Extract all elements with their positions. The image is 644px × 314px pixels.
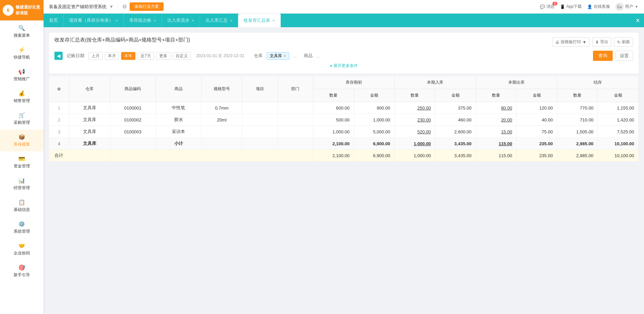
shortcut-more[interactable]: 更多 bbox=[156, 52, 170, 60]
row-outbound-qty[interactable]: 15.00 bbox=[476, 126, 516, 138]
row-opening-amt: 1,000.00 bbox=[354, 114, 394, 126]
row-outbound-qty[interactable]: 20.00 bbox=[476, 114, 516, 126]
row-outbound-amt: 75.00 bbox=[516, 126, 557, 138]
data-table-wrap: ⚙ 仓库 商品编码 商品 规格型号 项目 部门 库存期初 本期入库 本期出库 结… bbox=[49, 76, 639, 162]
th-balance-amt: 金额 bbox=[598, 89, 639, 102]
message-badge: 6 bbox=[552, 2, 557, 5]
sidebar-item-search[interactable]: 🔍 搜索菜单 bbox=[0, 20, 44, 43]
warehouse-tag-close[interactable]: ✕ bbox=[283, 54, 286, 58]
row-spec: 0.7mm bbox=[201, 102, 242, 114]
row-warehouse: 文具库 bbox=[69, 102, 110, 114]
tabs-close-all[interactable]: ✕ bbox=[631, 17, 644, 24]
shortcut-this-year[interactable]: 本年 bbox=[121, 52, 135, 60]
shortcut-this-month[interactable]: 本月 bbox=[105, 52, 119, 60]
sidebar-item-sales[interactable]: 💰 销售管理 bbox=[0, 86, 44, 108]
tab-close-stock-dist[interactable]: ✕ bbox=[115, 19, 118, 22]
th-dept: 部门 bbox=[278, 76, 313, 102]
sidebar-item-quicknav[interactable]: ⚡ 快捷导航 bbox=[0, 43, 44, 64]
gear-icon[interactable]: ⚙ bbox=[122, 3, 127, 10]
row-balance-qty: 710.00 bbox=[557, 114, 597, 126]
row-inbound-amt: 3,435.00 bbox=[435, 138, 476, 150]
expand-more-btn[interactable]: ▾ 展开更多条件 bbox=[54, 61, 633, 71]
outbound-qty-link: 20.00 bbox=[501, 117, 512, 122]
online-service-btn[interactable]: 👤 在线客服 bbox=[587, 4, 610, 10]
sidebar-item-inventory[interactable]: 📦 库存核算 bbox=[0, 130, 44, 151]
export-btn[interactable]: ⬇ 导出 bbox=[592, 37, 611, 47]
goods-filter-dots[interactable]: ... bbox=[317, 53, 320, 59]
tab-stock-dist[interactable]: 现存量（库存分布表） ✕ bbox=[64, 14, 124, 27]
warehouse-tag[interactable]: 文具库 ✕ bbox=[267, 52, 289, 60]
row-inbound-qty[interactable]: 1,000.00 bbox=[395, 138, 435, 150]
total-opening-amt: 6,900.00 bbox=[354, 150, 394, 162]
sidebar-logo: 6 畅捷通好生意 标准版 bbox=[0, 0, 44, 20]
refresh-btn[interactable]: ↻ 刷新 bbox=[614, 37, 633, 47]
sidebar-item-system[interactable]: ⚙️ 系统管理 bbox=[0, 217, 44, 238]
row-dept bbox=[278, 126, 313, 138]
warehouse-filter-dots[interactable]: ... bbox=[293, 53, 297, 59]
row-inbound-qty[interactable]: 230.00 bbox=[395, 114, 435, 126]
sidebar-item-basic[interactable]: 📋 基础信息 bbox=[0, 195, 44, 217]
th-outbound-amt: 金额 bbox=[516, 89, 557, 102]
settings-btn[interactable]: 设置 bbox=[615, 51, 633, 61]
th-outbound-group: 本期出库 bbox=[476, 76, 557, 89]
row-code: 0100001 bbox=[110, 102, 155, 114]
tab-inout-summary[interactable]: 出入库汇总 ✕ bbox=[200, 14, 238, 27]
row-code: 0100002 bbox=[110, 114, 155, 126]
tab-close-inout-flow[interactable]: ✕ bbox=[192, 19, 194, 22]
trial-btn[interactable]: 体验行业方案 bbox=[130, 2, 164, 11]
row-warehouse: 文具库 bbox=[69, 138, 110, 150]
table-settings-icon[interactable]: ⚙ bbox=[57, 87, 61, 92]
row-balance-amt: 1,420.00 bbox=[598, 114, 639, 126]
sidebar-item-guide[interactable]: 🎯 新手引导 bbox=[0, 260, 44, 282]
th-inbound-group: 本期入库 bbox=[395, 76, 476, 89]
row-outbound-qty[interactable]: 80.00 bbox=[476, 102, 516, 114]
tab-close-inout-summary[interactable]: ✕ bbox=[230, 19, 232, 22]
sales-icon: 💰 bbox=[18, 90, 25, 97]
th-spec: 规格型号 bbox=[201, 76, 242, 102]
sidebar-item-operation[interactable]: 📊 经营管理 bbox=[0, 173, 44, 195]
inventory-icon: 📦 bbox=[18, 134, 25, 140]
th-settings[interactable]: ⚙ bbox=[49, 76, 69, 102]
query-btn[interactable]: 查询 bbox=[593, 51, 613, 61]
logo-icon: 6 bbox=[3, 5, 14, 16]
goods-label: 商品 bbox=[304, 53, 313, 59]
app-download-btn[interactable]: 📱 App下载 bbox=[560, 4, 582, 10]
tab-receive-summary[interactable]: 收发存汇总表 ✕ bbox=[238, 14, 281, 27]
row-inbound-qty[interactable]: 250.00 bbox=[395, 102, 435, 114]
row-index: 3 bbox=[49, 126, 69, 138]
user-avatar[interactable]: Ea 用户 ▼ bbox=[615, 3, 639, 11]
row-balance-qty: 2,985.00 bbox=[557, 138, 597, 150]
th-code: 商品编码 bbox=[110, 76, 155, 102]
tabs-bar: 首页 现存量（库存分布表） ✕ 库存批次账 ✕ 出入库流水 ✕ 出入库汇总 ✕ … bbox=[44, 14, 644, 27]
tab-home[interactable]: 首页 bbox=[44, 14, 64, 27]
avatar: Ea bbox=[615, 3, 624, 11]
sidebar-item-finance[interactable]: 💳 资金管理 bbox=[0, 151, 44, 173]
warehouse-label: 仓库 bbox=[254, 53, 263, 59]
row-outbound-qty[interactable]: 115.00 bbox=[476, 138, 516, 150]
sidebar-item-enterprise[interactable]: 🤝 企业协同 bbox=[0, 238, 44, 260]
shortcut-custom[interactable]: 自定义 bbox=[172, 52, 191, 60]
tab-inout-flow[interactable]: 出入库流水 ✕ bbox=[162, 14, 200, 27]
tab-batch[interactable]: 库存批次账 ✕ bbox=[124, 14, 162, 27]
tab-close-batch[interactable]: ✕ bbox=[153, 19, 156, 22]
print-btn[interactable]: 🖨 按模板打印 ▼ bbox=[552, 37, 590, 47]
sidebar-item-marketing[interactable]: 📢 营销推广 bbox=[0, 64, 44, 86]
row-code bbox=[110, 138, 155, 150]
header-dropdown-icon[interactable]: ▼ bbox=[109, 4, 114, 9]
outbound-qty-link: 115.00 bbox=[499, 141, 512, 146]
row-inbound-qty[interactable]: 520.00 bbox=[395, 126, 435, 138]
filter-collapse-btn[interactable]: ◀ bbox=[54, 52, 63, 60]
sidebar-item-purchase[interactable]: 🛒 采购管理 bbox=[0, 108, 44, 130]
message-btn[interactable]: 💬 消息 6 bbox=[540, 4, 555, 10]
search-icon: 🔍 bbox=[18, 25, 25, 31]
row-opening-qty: 2,100.00 bbox=[313, 138, 354, 150]
quicknav-icon: ⚡ bbox=[18, 47, 25, 53]
row-project bbox=[242, 114, 278, 126]
tab-close-receive-summary[interactable]: ✕ bbox=[272, 19, 275, 22]
th-opening-qty: 数量 bbox=[313, 89, 354, 102]
th-project: 项目 bbox=[242, 76, 278, 102]
shortcut-7days[interactable]: 近7天 bbox=[137, 52, 154, 60]
shortcut-last-month[interactable]: 上月 bbox=[88, 52, 103, 60]
logo-text: 畅捷通好生意 标准版 bbox=[16, 4, 40, 16]
row-warehouse: 文具库 bbox=[69, 126, 110, 138]
